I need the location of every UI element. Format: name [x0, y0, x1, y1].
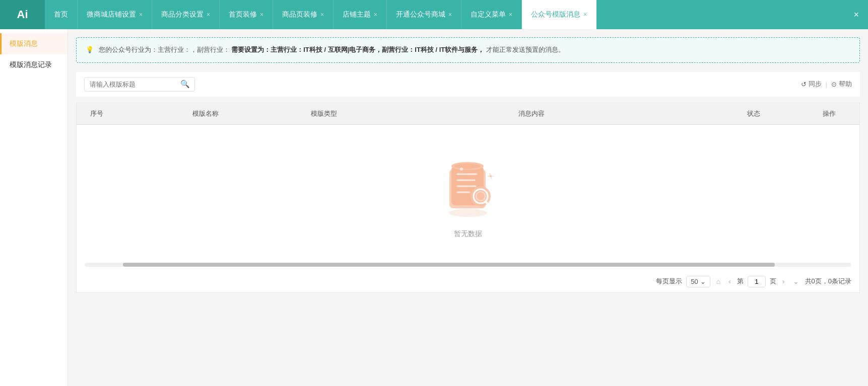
- help-button[interactable]: ⊙ 帮助: [831, 80, 852, 89]
- nav-tab-home-decor[interactable]: 首页装修×: [220, 0, 273, 29]
- divider: |: [826, 81, 827, 88]
- chevron-down-icon: ⌄: [700, 278, 706, 285]
- nav-tab-custom-menu[interactable]: 自定义菜单×: [461, 0, 522, 29]
- search-input-wrap: 🔍: [84, 77, 195, 92]
- close-tab-home-decor[interactable]: ×: [260, 11, 263, 18]
- notice-prefix: 您的公众号行业为：主营行业：，副营行业：: [99, 46, 230, 53]
- search-icon[interactable]: 🔍: [180, 80, 190, 89]
- close-tab-shop-theme[interactable]: ×: [374, 11, 377, 18]
- th-type: 模版类型: [294, 103, 354, 124]
- notice-suffix: 才能正常发送预置的消息。: [486, 46, 565, 53]
- svg-point-0: [449, 209, 487, 217]
- sidebar: 模版消息模版消息记录: [0, 29, 68, 386]
- th-action: 操作: [799, 103, 859, 124]
- th-content: 消息内容: [354, 103, 708, 124]
- search-left: 🔍: [84, 77, 195, 92]
- logo: Ai: [0, 0, 45, 29]
- search-right: ↺ 同步 | ⊙ 帮助: [801, 80, 852, 89]
- close-tab-template-msg[interactable]: ×: [583, 11, 587, 18]
- empty-state: 暂无数据: [77, 125, 859, 259]
- close-all-button[interactable]: ×: [844, 0, 868, 29]
- th-seq: 序号: [77, 103, 117, 124]
- notice-highlight: 需要设置为：主营行业：IT科技 / 互联网|电子商务，副营行业：IT科技 / I…: [231, 46, 484, 53]
- sync-icon: ↺: [801, 81, 807, 88]
- sidebar-item-template-record[interactable]: 模版消息记录: [0, 54, 68, 75]
- nav-tab-shop-theme[interactable]: 店铺主题×: [333, 0, 387, 29]
- th-status: 状态: [708, 103, 799, 124]
- svg-line-11: [486, 202, 492, 208]
- first-page-button[interactable]: ⌂: [714, 276, 722, 286]
- close-tab-category-settings[interactable]: ×: [207, 11, 210, 18]
- sidebar-item-template-msg[interactable]: 模版消息: [0, 33, 68, 54]
- close-tab-custom-menu[interactable]: ×: [509, 11, 512, 18]
- nav-tab-home[interactable]: 首页: [45, 0, 78, 29]
- pagination: 每页显示 50 ⌄ ⌂ ‹ 第 页 › ⌄ 共0页，0条记录: [77, 271, 859, 292]
- page-label-before: 第: [737, 277, 744, 286]
- table: 序号 模版名称 模版类型 消息内容 状态 操作: [76, 103, 860, 293]
- close-tab-product-decor[interactable]: ×: [320, 11, 324, 18]
- scroll-area: [77, 263, 859, 267]
- page-size-select[interactable]: 50 ⌄: [686, 276, 710, 287]
- notice-box: 💡 您的公众号行业为：主营行业：，副营行业： 需要设置为：主营行业：IT科技 /…: [76, 37, 860, 63]
- prev-page-button[interactable]: ‹: [726, 276, 733, 286]
- scroll-thumb: [123, 263, 775, 267]
- close-tab-open-mall[interactable]: ×: [448, 11, 452, 18]
- svg-point-13: [460, 168, 463, 171]
- table-header: 序号 模版名称 模版类型 消息内容 状态 操作: [77, 103, 859, 125]
- nav-tab-product-decor[interactable]: 商品页装修×: [273, 0, 333, 29]
- nav-tabs: 首页微商城店铺设置×商品分类设置×首页装修×商品页装修×店铺主题×开通公众号商城…: [45, 0, 844, 29]
- page-size-value: 50: [691, 278, 698, 285]
- search-input[interactable]: [84, 77, 195, 92]
- page-label-after: 页: [770, 277, 776, 286]
- scroll-track[interactable]: [85, 263, 851, 267]
- search-bar: 🔍 ↺ 同步 | ⊙ 帮助: [76, 72, 860, 97]
- nav-tab-template-msg[interactable]: 公众号模版消息×: [522, 0, 596, 29]
- main-content: 💡 您的公众号行业为：主营行业：，副营行业： 需要设置为：主营行业：IT科技 /…: [68, 29, 868, 386]
- next-page-button[interactable]: ›: [780, 276, 787, 286]
- empty-text: 暂无数据: [454, 229, 482, 239]
- last-page-button[interactable]: ⌄: [791, 276, 801, 286]
- notice-icon: 💡: [86, 46, 94, 53]
- help-label: 帮助: [839, 80, 852, 89]
- sync-button[interactable]: ↺ 同步: [801, 80, 822, 89]
- page-size-label: 每页显示: [656, 277, 682, 286]
- empty-illustration: [435, 155, 501, 220]
- sync-label: 同步: [809, 80, 822, 89]
- svg-point-4: [454, 164, 481, 169]
- nav-tab-open-mall[interactable]: 开通公众号商城×: [387, 0, 461, 29]
- help-icon: ⊙: [831, 81, 837, 88]
- nav-tab-category-settings[interactable]: 商品分类设置×: [152, 0, 220, 29]
- close-tab-shop-settings[interactable]: ×: [139, 11, 143, 18]
- total-label: 共0页，0条记录: [805, 277, 851, 286]
- th-name: 模版名称: [117, 103, 294, 124]
- nav-tab-shop-settings[interactable]: 微商城店铺设置×: [78, 0, 152, 29]
- layout: 模版消息模版消息记录 💡 您的公众号行业为：主营行业：，副营行业： 需要设置为：…: [0, 29, 868, 386]
- page-input[interactable]: [748, 276, 766, 287]
- top-nav: Ai 首页微商城店铺设置×商品分类设置×首页装修×商品页装修×店铺主题×开通公众…: [0, 0, 868, 29]
